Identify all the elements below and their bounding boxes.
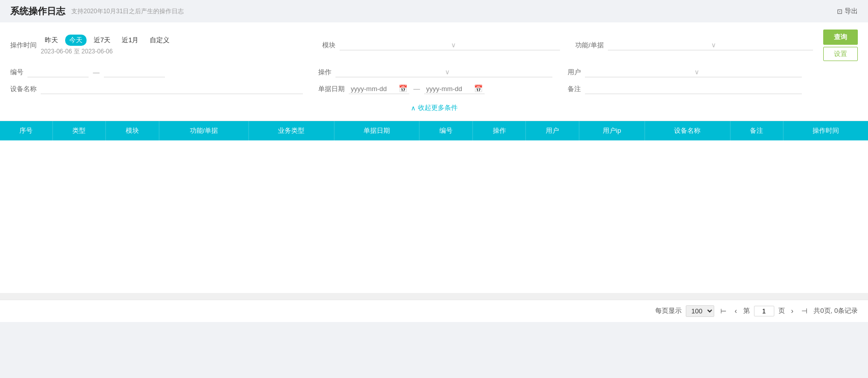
- col-op-time: 操作时间: [783, 121, 868, 140]
- header-left: 系统操作日志 支持2020年10月31日之后产生的操作日志: [10, 5, 184, 17]
- time-btn-custom[interactable]: 自定义: [146, 35, 174, 46]
- total-info: 共0页, 0条记录: [814, 306, 858, 315]
- calendar-end-icon[interactable]: 📅: [474, 84, 483, 93]
- page-size-label: 每页显示: [655, 306, 682, 315]
- user-dropdown[interactable]: ∨: [585, 67, 802, 77]
- code-label: 编号: [10, 68, 23, 77]
- page-title: 系统操作日志: [10, 5, 65, 17]
- func-filter-group: 功能/单据 ∨: [575, 40, 813, 50]
- note-input[interactable]: [585, 84, 802, 94]
- settings-button[interactable]: 设置: [823, 47, 858, 61]
- time-buttons-row: 昨天 今天 近7天 近1月 自定义: [41, 35, 174, 46]
- module-dropdown[interactable]: ∨: [340, 40, 560, 50]
- col-type: 类型: [52, 121, 105, 140]
- export-icon: ⊡: [837, 8, 843, 15]
- date-end-input[interactable]: [426, 85, 472, 93]
- page-number-input[interactable]: [754, 306, 774, 316]
- data-table: 序号 类型 模块 功能/单据 业务类型 单据日期 编号 操作 用户 用户ip 设…: [0, 121, 868, 294]
- user-filter-group: 用户 ∨: [568, 67, 802, 77]
- operation-filter-group: 操作 ∨: [318, 67, 552, 77]
- col-module: 模块: [106, 121, 159, 140]
- code-input-start[interactable]: [27, 67, 89, 77]
- collapse-button[interactable]: ∧ 收起更多条件: [10, 100, 858, 118]
- calendar-start-icon[interactable]: 📅: [399, 84, 407, 93]
- module-label: 模块: [322, 41, 335, 50]
- user-chevron-icon: ∨: [694, 68, 800, 76]
- page-end-label: 页: [778, 306, 785, 315]
- func-label: 功能/单据: [575, 41, 604, 50]
- collapse-label: 收起更多条件: [418, 103, 458, 112]
- operation-chevron-icon: ∨: [445, 68, 550, 76]
- filter-row-3: 设备名称 单据日期 📅 — 📅 备注: [10, 83, 858, 94]
- func-dropdown[interactable]: ∨: [608, 40, 813, 50]
- note-label: 备注: [568, 84, 581, 94]
- collapse-up-icon: ∧: [411, 104, 416, 112]
- col-note: 备注: [730, 121, 783, 140]
- code-separator: —: [89, 69, 104, 76]
- col-user: 用户: [526, 121, 579, 140]
- operation-label: 操作: [318, 68, 331, 77]
- time-filter-group: 操作时间 昨天 今天 近7天 近1月 自定义 2023-06-06 至 2023…: [10, 35, 307, 56]
- last-page-button[interactable]: ⊣: [799, 306, 809, 316]
- date-range-group: 📅 — 📅: [349, 83, 485, 94]
- filter-row-1: 操作时间 昨天 今天 近7天 近1月 自定义 2023-06-06 至 2023…: [10, 30, 858, 61]
- date-end-wrap: 📅: [424, 83, 485, 94]
- func-chevron-icon: ∨: [711, 41, 811, 49]
- empty-cell: [0, 140, 868, 293]
- table-container: 序号 类型 模块 功能/单据 业务类型 单据日期 编号 操作 用户 用户ip 设…: [0, 121, 868, 294]
- code-filter-group: 编号 —: [10, 67, 303, 77]
- table-header: 序号 类型 模块 功能/单据 业务类型 单据日期 编号 操作 用户 用户ip 设…: [0, 121, 868, 140]
- col-user-ip: 用户ip: [579, 121, 645, 140]
- time-btn-yesterday[interactable]: 昨天: [41, 35, 62, 46]
- horizontal-scrollbar[interactable]: [0, 294, 868, 300]
- time-buttons-group: 昨天 今天 近7天 近1月 自定义 2023-06-06 至 2023-06-0…: [41, 35, 174, 56]
- device-label: 设备名称: [10, 84, 37, 94]
- device-filter-group: 设备名称: [10, 84, 303, 94]
- time-btn-1month[interactable]: 近1月: [118, 35, 143, 46]
- user-label: 用户: [568, 68, 581, 77]
- note-filter-group: 备注: [568, 84, 802, 94]
- time-btn-7days[interactable]: 近7天: [90, 35, 115, 46]
- first-page-button[interactable]: ⊢: [718, 306, 729, 316]
- filter-row-2: 编号 — 操作 ∨ 用户 ∨: [10, 67, 858, 77]
- module-filter-group: 模块 ∨: [322, 40, 560, 50]
- scrollbar-inner: [0, 294, 868, 300]
- operation-dropdown[interactable]: ∨: [335, 67, 552, 77]
- query-button[interactable]: 查询: [823, 30, 858, 45]
- date-filter-group: 单据日期 📅 — 📅: [318, 83, 552, 94]
- date-dash: —: [413, 85, 420, 93]
- col-device: 设备名称: [645, 121, 730, 140]
- date-start-input[interactable]: [351, 85, 397, 93]
- col-func: 功能/单据: [159, 121, 248, 140]
- prev-page-button[interactable]: ‹: [733, 306, 739, 316]
- action-buttons: 查询 设置: [823, 30, 858, 61]
- page-header: 系统操作日志 支持2020年10月31日之后产生的操作日志 ⊡ 导出: [0, 0, 868, 22]
- page-size-select[interactable]: 100 50 200: [686, 305, 714, 317]
- next-page-button[interactable]: ›: [789, 306, 796, 316]
- col-biz-type: 业务类型: [249, 121, 334, 140]
- module-chevron-icon: ∨: [451, 41, 558, 49]
- page-subtitle: 支持2020年10月31日之后产生的操作日志: [71, 7, 184, 16]
- filter-panel: 操作时间 昨天 今天 近7天 近1月 自定义 2023-06-06 至 2023…: [0, 22, 868, 121]
- col-doc-date: 单据日期: [334, 121, 419, 140]
- time-label: 操作时间: [10, 41, 37, 50]
- time-range-text: 2023-06-06 至 2023-06-06: [41, 47, 113, 56]
- export-label: 导出: [845, 7, 858, 16]
- col-index: 序号: [0, 121, 52, 140]
- table-body: [0, 140, 868, 293]
- device-input[interactable]: [41, 84, 303, 94]
- code-input-end[interactable]: [104, 67, 165, 77]
- date-label: 单据日期: [318, 84, 345, 94]
- export-button[interactable]: ⊡ 导出: [837, 7, 858, 16]
- table-header-row: 序号 类型 模块 功能/单据 业务类型 单据日期 编号 操作 用户 用户ip 设…: [0, 121, 868, 140]
- col-code: 编号: [419, 121, 472, 140]
- col-operation: 操作: [472, 121, 525, 140]
- pagination-bar: 每页显示 100 50 200 ⊢ ‹ 第 页 › ⊣ 共0页, 0条记录: [0, 300, 868, 322]
- date-start-wrap: 📅: [349, 83, 409, 94]
- empty-row: [0, 140, 868, 293]
- time-btn-today[interactable]: 今天: [65, 35, 87, 46]
- page-label: 第: [743, 306, 750, 315]
